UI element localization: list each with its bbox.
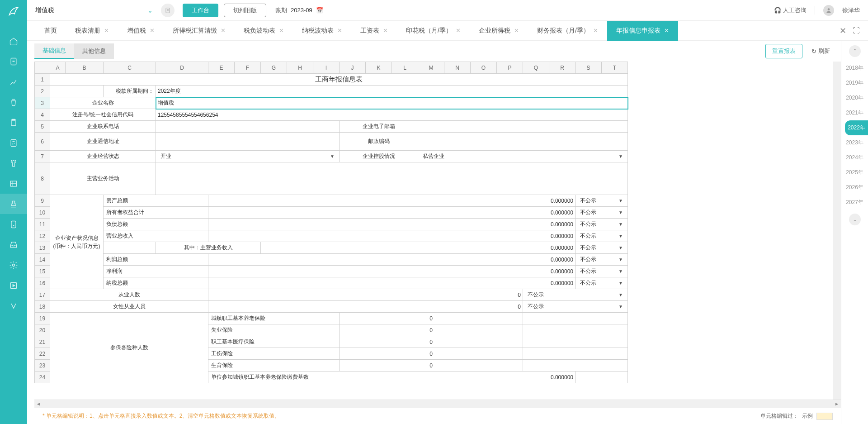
topbar: 增值税 ⌄ 工作台 切到旧版 账期 2023-09 📅 🎧人工咨询 徐泽华 [27,0,868,21]
tab-1[interactable]: 税表清册✕ [66,21,118,41]
tab-7[interactable]: 印花税（月/季）✕ [397,21,470,41]
footer-right-label: 单元格编辑过： [760,412,798,420]
svg-point-5 [13,225,14,226]
nav-home-icon[interactable] [0,31,27,51]
tab-5[interactable]: 纳税波动表✕ [293,21,351,41]
nav-table-icon[interactable] [0,173,27,194]
footer-hint: * 单元格编辑说明：1、点击单元格直接录入数值或文本。2、清空单元格数值或文本恢… [42,412,280,420]
year-2020年[interactable]: 2020年 [841,91,868,105]
year-2024年[interactable]: 2024年 [841,150,868,165]
left-nav-rail [0,0,27,424]
tab-9[interactable]: 财务报表（月/季）✕ [528,21,607,41]
tab-10[interactable]: 年报信息申报表✕ [607,21,678,41]
footer-example: 示例 [802,412,813,420]
year-up-icon[interactable]: ⌃ [849,45,861,57]
tab-2[interactable]: 增值税✕ [118,21,164,41]
nav-calc-icon[interactable] [0,133,27,153]
nav-play-icon[interactable] [0,275,27,295]
tab-close-icon[interactable]: ✕ [150,27,155,34]
year-2023年[interactable]: 2023年 [841,135,868,150]
vertical-scrollbar[interactable] [833,62,841,400]
tab-0[interactable]: 首页 [35,21,66,41]
divider [815,6,815,14]
period-value: 2023-09 [291,7,312,14]
nav-inbox-icon[interactable] [0,234,27,255]
tab-close-icon[interactable]: ✕ [593,27,598,34]
svg-rect-2 [11,139,16,146]
tab-close-icon[interactable]: ✕ [456,27,461,34]
nav-gear-icon[interactable] [0,255,27,275]
headset-icon: 🎧 [774,7,781,14]
doc-round-button[interactable] [161,4,175,17]
period-label: 账期 [275,6,287,14]
switch-old-button[interactable]: 切到旧版 [224,4,266,17]
consult-link[interactable]: 🎧人工咨询 [774,6,807,14]
nav-v-icon[interactable] [0,295,27,316]
tab-6[interactable]: 工资表✕ [351,21,397,41]
nav-receipt-icon[interactable] [0,214,27,234]
refresh-button[interactable]: ↻ 刷新 [811,47,830,55]
period-selector[interactable]: 账期 2023-09 📅 [275,6,323,14]
year-2022年[interactable]: 2022年 [845,120,868,135]
fullscreen-icon[interactable]: ⛶ [853,27,860,35]
year-down-icon[interactable]: ⌄ [849,214,861,225]
tab-close-icon[interactable]: ✕ [104,27,109,34]
cell-company-name[interactable]: 增值税 [156,97,628,109]
year-2021年[interactable]: 2021年 [841,105,868,120]
tab-8[interactable]: 企业所得税✕ [470,21,528,41]
year-2025年[interactable]: 2025年 [841,165,868,180]
nav-doc-icon[interactable] [0,51,27,71]
sheet-subtabs: 基础信息其他信息 [34,43,114,59]
year-2019年[interactable]: 2019年 [841,76,868,91]
year-rail: ⌃ 2018年2019年2020年2021年2022年2023年2024年202… [841,41,868,424]
workspace-button[interactable]: 工作台 [183,4,218,17]
svg-point-6 [13,264,15,266]
svg-rect-4 [11,221,16,228]
spreadsheet-grid[interactable]: ABCDEFGHIJKLMNOPQRST1工商年报信息表2税款所属期间：2022… [34,62,833,400]
nav-shirt-icon[interactable] [0,153,27,173]
nav-clipboard-icon[interactable] [0,112,27,133]
nav-chart-icon[interactable] [0,71,27,92]
subtab-1[interactable]: 其他信息 [74,43,114,59]
tab-3[interactable]: 所得税汇算清缴✕ [164,21,235,41]
example-swatch [816,413,833,420]
app-logo-icon [7,5,20,18]
tab-4[interactable]: 税负波动表✕ [235,21,293,41]
username[interactable]: 徐泽华 [842,6,860,14]
tab-close-icon[interactable]: ✕ [221,27,226,34]
tab-close-icon[interactable]: ✕ [279,27,284,34]
reset-report-button[interactable]: 重置报表 [765,44,802,58]
company-name: 增值税 [35,6,54,14]
footer-bar: * 单元格编辑说明：1、点击单元格直接录入数值或文本。2、清空单元格数值或文本恢… [34,408,841,424]
year-2026年[interactable]: 2026年 [841,180,868,195]
tab-close-icon[interactable]: ✕ [664,27,669,34]
calendar-icon: 📅 [316,7,323,14]
tab-close-icon[interactable]: ✕ [514,27,519,34]
nav-jar-icon[interactable] [0,92,27,112]
tab-close-icon[interactable]: ✕ [337,27,342,34]
close-all-icon[interactable]: ✕ [840,26,846,36]
year-2018年[interactable]: 2018年 [841,61,868,76]
chevron-down-icon: ⌄ [147,7,153,14]
company-selector[interactable]: 增值税 ⌄ [35,6,153,14]
year-2027年[interactable]: 2027年 [841,195,868,210]
tab-close-icon[interactable]: ✕ [383,27,388,34]
avatar-icon[interactable] [823,5,834,16]
subtab-0[interactable]: 基础信息 [34,43,74,59]
document-tabs: 首页税表清册✕增值税✕所得税汇算清缴✕税负波动表✕纳税波动表✕工资表✕印花税（月… [27,21,868,41]
nav-stamp-icon[interactable] [0,194,27,214]
svg-rect-3 [10,181,16,186]
horizontal-scrollbar[interactable]: ◄► [34,400,841,408]
svg-point-9 [828,8,830,10]
